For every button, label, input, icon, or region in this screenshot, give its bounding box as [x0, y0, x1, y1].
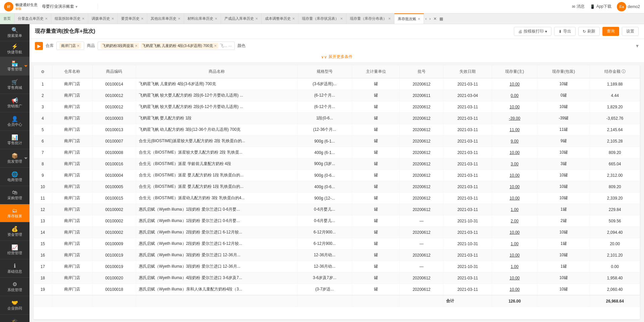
- col-settings[interactable]: ⚙: [34, 65, 52, 78]
- table-row: 9 南岸门店 00100004 合生元（BIOSTIME）派星 婴儿配方奶粉 1…: [34, 170, 640, 181]
- account-dropdown[interactable]: 母婴行业演示账套 ▾: [38, 4, 98, 9]
- tab-close[interactable]: ✕: [292, 17, 295, 20]
- cell-batch: 20200612: [400, 158, 443, 170]
- warehouse-tag-1-close[interactable]: ✕: [77, 44, 79, 48]
- cell-qty-main[interactable]: 3.00: [492, 158, 537, 170]
- tab-close[interactable]: ✕: [178, 17, 180, 20]
- page-actions: 🖨 按模板打印 ▾ ⬇ 导出 ↻ 刷新 查询 设置: [514, 27, 639, 36]
- cell-qty-main[interactable]: 10.00: [492, 78, 537, 90]
- tab-qita[interactable]: 其他出库单历史 ✕: [147, 13, 184, 24]
- cell-spec: 400g (0-6...: [297, 181, 352, 193]
- tab-close[interactable]: ✕: [215, 17, 217, 20]
- tab-xiancun2[interactable]: 现存量（库存分布表） ✕: [346, 13, 394, 24]
- cell-batch: 20200612: [400, 284, 443, 296]
- warehouse-filter-label: 合库: [46, 43, 54, 49]
- sidebar-item-search[interactable]: 🔍 搜索菜单: [0, 24, 30, 41]
- user-menu[interactable]: Ea demo2: [617, 2, 640, 11]
- sidebar-item-stats[interactable]: 📊 零售统计: [0, 131, 30, 149]
- tab-nav-prev[interactable]: ‹: [424, 16, 428, 21]
- print-btn[interactable]: 🖨 按模板打印 ▾: [514, 27, 551, 36]
- goods-filter-group[interactable]: 飞鹤奶粉3段两提装 ✕ 飞鹤星飞帆 儿童奶粉 4段(3-6岁适用) 700克 ✕…: [98, 42, 235, 50]
- sidebar-item-quicknav[interactable]: ⚡ 快捷导航: [0, 41, 30, 57]
- cell-unit: 罐: [352, 272, 399, 284]
- settings-btn[interactable]: 设置: [622, 27, 639, 36]
- tab-close[interactable]: ✕: [82, 17, 85, 20]
- sidebar-item-marketing[interactable]: 📢 营销推广: [0, 94, 30, 112]
- tab-fenliang[interactable]: 分量盘点单历史 ✕: [14, 13, 51, 24]
- warehouse-filter-group[interactable]: 南岸门店 ✕: [56, 42, 84, 50]
- cell-qty-main[interactable]: 1.00: [492, 204, 537, 215]
- collapse-sidebar-btn[interactable]: ▶: [35, 42, 43, 50]
- cell-batch: 20200612: [400, 170, 443, 181]
- cell-qty-main[interactable]: 0.00: [492, 90, 537, 101]
- cell-qty-main[interactable]: 10.00: [492, 101, 537, 113]
- goods-tag-1-close[interactable]: ✕: [135, 44, 138, 48]
- cell-qty-main[interactable]: 1.00: [492, 238, 537, 250]
- refresh-btn[interactable]: ↻ 刷新: [578, 27, 600, 36]
- cell-qty-main[interactable]: 2.00: [492, 215, 537, 227]
- tab-nav-close[interactable]: ✕: [432, 16, 438, 21]
- goods-tag-2-close[interactable]: ✕: [214, 44, 217, 48]
- tab-close[interactable]: ✕: [111, 17, 114, 20]
- query-btn[interactable]: 查询: [602, 27, 619, 36]
- logo-area: 好 畅捷通好生意 标版: [4, 2, 38, 11]
- cell-qty-main[interactable]: 10.00: [492, 193, 537, 204]
- cell-qty-main[interactable]: 1.00: [492, 261, 537, 272]
- app-download-btn[interactable]: 📱 App下载: [590, 4, 611, 9]
- cell-qty-main[interactable]: 10.00: [492, 147, 537, 158]
- message-btn[interactable]: ✉ 消息: [572, 4, 585, 9]
- footer-amount-total: 26,968.64: [590, 295, 640, 307]
- cell-name: 飞鹤星飞帆 较大婴儿配方奶粉 2段(6-12个月婴幼儿适用) ...: [136, 101, 297, 113]
- tab-close[interactable]: ✕: [388, 17, 391, 20]
- export-btn[interactable]: ⬇ 导出: [554, 27, 576, 36]
- sidebar-item-system[interactable]: ⚙ 系统管理: [0, 278, 30, 296]
- tab-chengben[interactable]: 成本调整单历史 ✕: [262, 13, 299, 24]
- cell-qty-main[interactable]: 10.00: [492, 284, 537, 296]
- sidebar-item-collab[interactable]: 🤝 企业协同: [0, 296, 30, 315]
- tab-close[interactable]: ✕: [340, 17, 343, 20]
- table-row: 17 南岸门店 00100019 惠氏启赋（Wyeth illuma）3段奶粉 …: [34, 261, 640, 272]
- sidebar-item-retail[interactable]: 🏪 零售管理: [0, 57, 30, 75]
- tab-nav-next[interactable]: ›: [428, 16, 432, 21]
- cell-qty-main[interactable]: 10.00: [492, 250, 537, 261]
- tab-yaohuo[interactable]: 要货单历史 ✕: [118, 13, 147, 24]
- cell-name: 惠氏启赋（Wyeth illuma）亲和人体儿童配方奶粉4段（3...: [136, 284, 297, 296]
- cell-qty-main[interactable]: 10.00: [492, 272, 537, 284]
- cell-name: 飞鹤星飞帆 幼儿配方奶粉 3段(12-36个月幼儿适用) 700克: [136, 124, 297, 136]
- sidebar-item-purchase[interactable]: 🛍 采购管理: [0, 186, 30, 204]
- tab-chengpin[interactable]: 产成品入库单历史 ✕: [221, 13, 262, 24]
- sidebar-item-inventory[interactable]: 🗂 库存核算: [0, 204, 30, 222]
- cell-qty-main[interactable]: 10.00: [492, 227, 537, 238]
- expand-more-btn[interactable]: ∨∨ 展开更多条件: [321, 54, 353, 60]
- color-dropdown-arrow[interactable]: ▾: [636, 43, 639, 49]
- tab-close[interactable]: ✕: [45, 17, 48, 20]
- cell-amount: 809.20: [590, 147, 640, 158]
- cell-batch: 20200611: [400, 90, 443, 101]
- tab-kucun-pici[interactable]: 库存批次账 ✕: [394, 13, 424, 24]
- tab-nav-menu[interactable]: ▦: [438, 16, 444, 21]
- sidebar-item-finance[interactable]: 💰 资金管理: [0, 222, 30, 241]
- tab-cailiao[interactable]: 材料出库单历史 ✕: [184, 13, 221, 24]
- cell-unit: 罐: [352, 158, 399, 170]
- table-row: 13 南岸门店 00100002 惠氏启赋（Wyeth illuma）1段奶粉 …: [34, 215, 640, 227]
- sidebar-item-wholesale[interactable]: 📦 批发管理: [0, 149, 30, 168]
- tab-home[interactable]: 首页: [0, 13, 14, 24]
- tab-xiancun1[interactable]: 现存量（库存状况表） ✕: [299, 13, 346, 24]
- cell-qty-main[interactable]: -39.00: [492, 113, 537, 124]
- cell-qty-main[interactable]: 10.00: [492, 181, 537, 193]
- tab-zuzhuang[interactable]: 组装拆卸单历史 ✕: [51, 13, 88, 24]
- cell-qty-main[interactable]: 9.00: [492, 136, 537, 147]
- sidebar-item-mall[interactable]: 🛒 零售商城: [0, 75, 30, 94]
- cell-unit: 罐: [352, 90, 399, 101]
- sidebar-item-operations[interactable]: 📈 经营管理: [0, 241, 30, 259]
- sidebar-item-guide[interactable]: 🎓 新手引导: [0, 315, 30, 322]
- cell-qty-main[interactable]: 11.00: [492, 124, 537, 136]
- sidebar-item-members[interactable]: 👤 会员中心: [0, 112, 30, 131]
- sidebar-item-baseinfo[interactable]: ℹ 基础信息: [0, 259, 30, 278]
- tab-close[interactable]: ✕: [141, 17, 144, 20]
- tab-close[interactable]: ✕: [418, 17, 420, 21]
- sidebar-item-ecommerce[interactable]: 🌐 电商管理: [0, 168, 30, 186]
- cell-qty-main[interactable]: 10.00: [492, 170, 537, 181]
- tab-diaob[interactable]: 调拨单历史 ✕: [88, 13, 118, 24]
- tab-close[interactable]: ✕: [255, 17, 258, 20]
